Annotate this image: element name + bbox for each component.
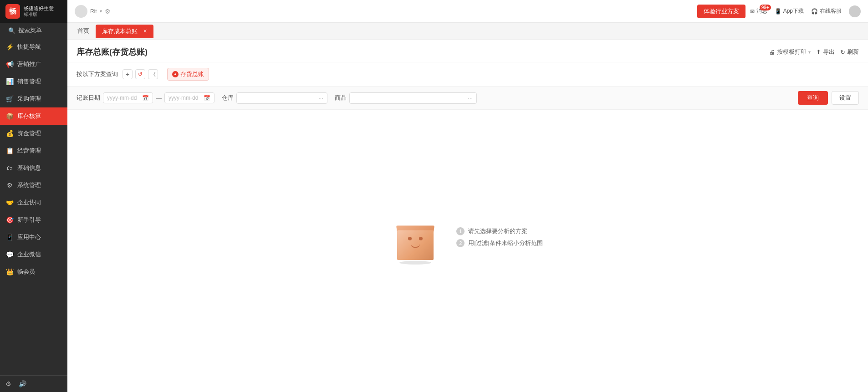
- warehouse-select[interactable]: ···: [236, 92, 327, 104]
- sales-icon: 📊: [5, 77, 14, 86]
- sidebar-item-label: 系统管理: [17, 181, 41, 189]
- print-label: 按模板打印: [777, 48, 807, 56]
- search-icon: 🔍: [8, 27, 15, 34]
- topbar-gear-icon[interactable]: ⚙: [105, 8, 111, 15]
- topbar-right-actions: ✉ 消息 99+ 📱 App下载 🎧 在线客服: [750, 5, 861, 17]
- print-button[interactable]: 🖨 按模板打印 ▾: [769, 48, 811, 56]
- refresh-label: 刷新: [847, 48, 859, 56]
- sidebar-item-finance[interactable]: 💰 资金管理: [0, 125, 67, 142]
- date-end-placeholder: yyyy-mm-dd: [168, 95, 198, 101]
- scheme-dot-icon: ●: [172, 71, 179, 77]
- sidebar-item-label: 应用中心: [17, 233, 41, 241]
- sidebar-item-label: 企业微信: [17, 250, 41, 259]
- messages-button[interactable]: ✉ 消息 99+: [750, 7, 767, 15]
- step-1-num: 1: [456, 227, 465, 235]
- phone-icon: 📱: [775, 8, 781, 15]
- setting-button[interactable]: 设置: [832, 91, 859, 105]
- sidebar-item-purchase[interactable]: 🛒 采购管理: [0, 90, 67, 107]
- sidebar-item-label: 畅会员: [17, 268, 35, 276]
- page-title: 库存总账(存货总账): [77, 46, 148, 57]
- topbar-avatar: [75, 5, 87, 18]
- refresh-button[interactable]: ↻ 刷新: [840, 48, 859, 56]
- export-button[interactable]: ⬆ 导出: [816, 48, 835, 56]
- empty-illustration: [393, 214, 438, 260]
- page-header-actions: 🖨 按模板打印 ▾ ⬆ 导出 ↻ 刷新: [769, 48, 859, 56]
- filter-label: 按以下方案查询: [77, 70, 118, 78]
- sidebar-item-label: 快捷导航: [17, 43, 41, 51]
- chevron-down-icon[interactable]: ▾: [100, 9, 102, 14]
- online-service-button[interactable]: 🎧 在线客服: [811, 7, 842, 15]
- collapse-icon: 《: [151, 71, 156, 78]
- scheme-label: 存货总账: [180, 70, 204, 78]
- sidebar-item-inventory[interactable]: 📦 库存核算: [0, 107, 67, 125]
- filter-area: 按以下方案查询 + ↺ 《 ● 存货总账: [67, 62, 868, 87]
- topbar: Rit ▾ ⚙ 体验行业方案 ✉ 消息 99+ 📱 App下载 🎧 在线客服: [67, 0, 868, 23]
- tab-inventory-ledger-label: 库存成本总账: [102, 27, 138, 36]
- printer-icon: 🖨: [769, 49, 775, 56]
- sidebar-item-member[interactable]: 👑 畅会员: [0, 263, 67, 280]
- sidebar: 畅 畅捷通好生意 标准版 🔍 搜索菜单 ⚡ 快捷导航 📢 营销推广 📊 销售管理…: [0, 0, 67, 392]
- warehouse-more-icon: ···: [318, 95, 323, 102]
- wechat-icon: 💬: [5, 250, 14, 259]
- app-version: 标准版: [24, 11, 54, 18]
- date-start-input[interactable]: yyyy-mm-dd 📅: [103, 92, 153, 103]
- sidebar-item-marketing[interactable]: 📢 营销推广: [0, 56, 67, 73]
- print-chevron-icon: ▾: [808, 50, 811, 55]
- member-icon: 👑: [5, 268, 14, 276]
- query-button[interactable]: 查询: [798, 91, 828, 105]
- scheme-inventory-ledger[interactable]: ● 存货总账: [167, 68, 209, 81]
- sidebar-item-label: 库存核算: [17, 112, 41, 120]
- online-service-label: 在线客服: [820, 7, 842, 15]
- reset-icon: ↺: [138, 71, 143, 77]
- date-start-placeholder: yyyy-mm-dd: [107, 95, 137, 101]
- tab-home[interactable]: 首页: [71, 23, 96, 40]
- sidebar-item-sales[interactable]: 📊 销售管理: [0, 73, 67, 90]
- filter-row: 记账日期 yyyy-mm-dd 📅 — yyyy-mm-dd 📅 仓库 ···: [67, 87, 868, 110]
- sidebar-item-label: 经营管理: [17, 147, 41, 155]
- app-name: 畅捷通好生意: [24, 5, 54, 11]
- message-badge: 99+: [760, 5, 771, 10]
- filter-collapse-button[interactable]: 《: [148, 69, 158, 79]
- sidebar-item-label: 销售管理: [17, 77, 41, 86]
- settings-bottom-icon[interactable]: ⚙: [5, 380, 11, 387]
- sidebar-search-label: 搜索菜单: [18, 26, 42, 35]
- sidebar-item-system[interactable]: ⚙ 系统管理: [0, 177, 67, 194]
- content-area: 库存总账(存货总账) 🖨 按模板打印 ▾ ⬆ 导出 ↻ 刷新 按以下方案查询: [67, 40, 868, 392]
- tabs-bar: 首页 库存成本总账 ✕: [67, 23, 868, 40]
- page-header: 库存总账(存货总账) 🖨 按模板打印 ▾ ⬆ 导出 ↻ 刷新: [67, 40, 868, 62]
- enterprise-icon: 🤝: [5, 199, 14, 207]
- date-separator: —: [156, 95, 162, 102]
- sidebar-item-operations[interactable]: 📋 经营管理: [0, 142, 67, 159]
- operations-icon: 📋: [5, 147, 14, 155]
- sidebar-search[interactable]: 🔍 搜索菜单: [0, 23, 67, 38]
- app-download-button[interactable]: 📱 App下载: [775, 7, 804, 15]
- sidebar-item-app-center[interactable]: 📱 应用中心: [0, 229, 67, 246]
- user-avatar-right[interactable]: [849, 5, 861, 17]
- inventory-icon: 📦: [5, 112, 14, 120]
- calendar-end-icon: 📅: [204, 95, 210, 101]
- tab-close-icon[interactable]: ✕: [143, 28, 147, 34]
- plus-icon: +: [126, 71, 129, 78]
- tab-inventory-ledger[interactable]: 库存成本总账 ✕: [96, 25, 153, 38]
- empty-hint-2-text: 用[过滤]条件来缩小分析范围: [468, 239, 542, 247]
- main-area: Rit ▾ ⚙ 体验行业方案 ✉ 消息 99+ 📱 App下载 🎧 在线客服 首…: [67, 0, 868, 392]
- app-logo-icon: 畅: [5, 4, 20, 19]
- sidebar-item-label: 采购管理: [17, 95, 41, 103]
- goods-select[interactable]: ···: [349, 92, 477, 104]
- sidebar-item-quick-nav[interactable]: ⚡ 快捷导航: [0, 38, 67, 56]
- headset-icon: 🎧: [811, 8, 818, 15]
- date-end-input[interactable]: yyyy-mm-dd 📅: [164, 92, 214, 103]
- logo-char: 畅: [9, 7, 16, 16]
- sidebar-item-label: 基础信息: [17, 164, 41, 172]
- audio-icon[interactable]: 🔊: [19, 380, 26, 387]
- calendar-start-icon: 📅: [142, 95, 149, 101]
- sidebar-item-enterprise[interactable]: 🤝 企业协同: [0, 194, 67, 211]
- filter-reset-button[interactable]: ↺: [135, 69, 145, 79]
- sidebar-item-label: 营销推广: [17, 60, 41, 68]
- system-icon: ⚙: [5, 181, 14, 189]
- sidebar-item-newbie[interactable]: 🎯 新手引导: [0, 211, 67, 229]
- filter-add-button[interactable]: +: [123, 69, 133, 79]
- sidebar-item-wechat[interactable]: 💬 企业微信: [0, 246, 67, 263]
- sidebar-item-basic-info[interactable]: 🗂 基础信息: [0, 159, 67, 177]
- trial-button[interactable]: 体验行业方案: [697, 5, 745, 18]
